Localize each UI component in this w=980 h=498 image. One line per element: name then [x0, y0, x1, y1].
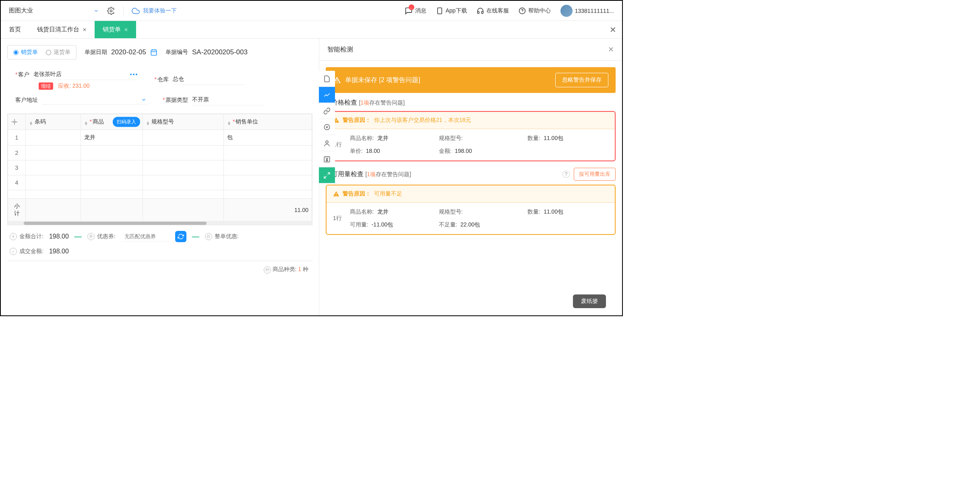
- customer-label: *客户: [15, 71, 29, 78]
- order-type-radio-group: 销货单 退货单: [7, 45, 76, 60]
- scrollbar-thumb[interactable]: [24, 222, 207, 225]
- ignore-save-button[interactable]: 忽略警告并保存: [555, 73, 608, 87]
- price-check-title: 价格检查 [1项存在警告问题]: [326, 99, 616, 107]
- org-selector[interactable]: 图图大业: [9, 7, 99, 14]
- tab-workbench[interactable]: 钱货日清工作台✕: [29, 21, 95, 38]
- warehouse-input[interactable]: 总仓: [173, 74, 245, 85]
- radio-sales[interactable]: 销货单: [13, 49, 38, 56]
- svg-rect-1: [438, 8, 442, 14]
- help-center-label: 帮助中心: [528, 7, 551, 14]
- user-menu[interactable]: 13381111111...: [560, 5, 614, 17]
- amount-total-label: ¥金额合计:: [10, 233, 43, 240]
- availability-warning-body: 1行 商品名称:龙井 规格型号: 数量:11.00包 可用量:-11.00包 不…: [327, 203, 615, 234]
- app-download-link[interactable]: App下载: [436, 7, 467, 14]
- online-service-link[interactable]: 在线客服: [477, 7, 509, 14]
- col-settings[interactable]: [8, 114, 26, 130]
- invoice-type-field: *票据类型 不开票: [163, 95, 283, 105]
- cloud-icon: [132, 7, 140, 15]
- table-row[interactable]: 4: [8, 175, 312, 190]
- svg-rect-5: [151, 50, 157, 56]
- ticket-icon: 券: [87, 233, 95, 240]
- headset-icon: [477, 7, 484, 14]
- rail-link-icon[interactable]: [319, 103, 335, 119]
- rail-expand-icon[interactable]: [319, 167, 335, 183]
- col-barcode[interactable]: ▲▼条码: [26, 114, 81, 130]
- col-product[interactable]: ▲▼*商品扫码录入: [81, 114, 143, 130]
- messages-link[interactable]: … 消息: [405, 7, 426, 15]
- tab-sales-label: 销货单: [103, 26, 121, 33]
- help-icon: [519, 7, 526, 14]
- address-label: 客户地址: [15, 97, 38, 104]
- receivable: 应收: 231.00: [58, 82, 90, 89]
- subtotal-row: 小计11.00: [8, 199, 312, 222]
- coupon-input[interactable]: [121, 232, 170, 241]
- table-row[interactable]: 3: [8, 161, 312, 175]
- spec-cell: 规格型号:: [439, 208, 520, 216]
- deal-row: ✓成交金额: 198.00: [7, 248, 312, 261]
- form-panel: 销货单 退货单 单据日期 2020-02-05 单据编号 SA-20200205…: [1, 39, 319, 315]
- warehouse-field: *仓库 总仓: [154, 69, 275, 90]
- deal-amount-label: ✓成交金额:: [10, 248, 43, 255]
- try-experience-link[interactable]: 我要体验一下: [132, 7, 177, 15]
- rail-chart-icon[interactable]: [319, 87, 335, 103]
- divider: [123, 6, 124, 16]
- price-check-section: 价格检查 [1项存在警告问题] 警告原因：你上次与该客户交易价格21，本次18元…: [326, 99, 616, 161]
- messages-label: 消息: [415, 7, 426, 14]
- address-field: 客户地址: [15, 95, 147, 105]
- amount-cell: 金额:198.00: [439, 148, 520, 155]
- docno-field: 单据编号 SA-20200205-003: [165, 48, 248, 56]
- tab-sales-order[interactable]: 销货单✕: [95, 21, 136, 38]
- rail-doc-icon[interactable]: [319, 71, 335, 87]
- radio-sales-label: 销货单: [21, 49, 38, 56]
- docno-label: 单据编号: [165, 49, 188, 56]
- close-icon[interactable]: ✕: [608, 45, 614, 54]
- customer-input[interactable]: 老张茶叶店 •••: [33, 69, 138, 80]
- product-cell: 商品名称:龙井: [350, 135, 431, 142]
- items-table: ▲▼条码 ▲▼*商品扫码录入 ▲▼规格型号 ▲▼*销售单位 1龙井包 2 3 4…: [8, 114, 312, 222]
- close-icon[interactable]: ✕: [83, 27, 87, 33]
- customer-field: *客户 老张茶叶店 ••• 现结 应收: 231.00: [15, 69, 138, 90]
- invoice-type-label: *票据类型: [163, 97, 188, 104]
- refresh-button[interactable]: [175, 231, 186, 242]
- gear-icon[interactable]: [107, 7, 115, 15]
- form-type-row: 销货单 退货单 单据日期 2020-02-05 单据编号 SA-20200205…: [7, 45, 312, 65]
- chevron-down-icon: [93, 8, 99, 14]
- rail-yen-icon[interactable]: [319, 151, 335, 167]
- table-row[interactable]: 1龙井包: [8, 130, 312, 146]
- price-cell: 单价:18.00: [350, 148, 431, 155]
- scan-button[interactable]: 扫码录入: [113, 117, 140, 127]
- sort-icon: ▲▼: [84, 121, 88, 125]
- rail-user-icon[interactable]: [319, 135, 335, 151]
- help-icon[interactable]: ?: [562, 171, 570, 178]
- col-spec[interactable]: ▲▼规格型号: [143, 114, 224, 130]
- short-cell: 不足量:22.00包: [439, 221, 520, 228]
- radio-return[interactable]: 退货单: [46, 49, 70, 56]
- alert-banner-text: 单据未保存 [2 项警告问题]: [333, 76, 420, 84]
- radio-return-label: 退货单: [54, 49, 70, 56]
- deal-amount-value: 198.00: [49, 248, 69, 255]
- invoice-type-input[interactable]: 不开票: [192, 95, 265, 105]
- col-unit[interactable]: ▲▼*销售单位: [224, 114, 312, 130]
- horizontal-scrollbar[interactable]: [8, 222, 312, 225]
- docno-value: SA-20200205-003: [192, 48, 248, 56]
- price-warning-reason: 警告原因：你上次与该客户交易价格21，本次18元: [327, 112, 615, 129]
- table-row[interactable]: [8, 190, 312, 199]
- chevron-down-icon[interactable]: [141, 97, 147, 103]
- form-fields: *客户 老张茶叶店 ••• 现结 应收: 231.00 *仓库 总仓: [7, 65, 312, 109]
- calendar-icon[interactable]: [150, 49, 157, 56]
- ellipsis-icon[interactable]: •••: [130, 71, 139, 78]
- online-service-label: 在线客服: [486, 7, 509, 14]
- table-row[interactable]: 2: [8, 146, 312, 161]
- radio-return-input[interactable]: [46, 50, 51, 55]
- close-all-icon[interactable]: ✕: [610, 25, 616, 35]
- date-value[interactable]: 2020-02-05: [111, 48, 146, 56]
- by-availability-button[interactable]: 按可用量出库: [574, 168, 616, 181]
- rail-cycle-icon[interactable]: [319, 119, 335, 135]
- close-icon[interactable]: ✕: [124, 27, 128, 33]
- tab-home[interactable]: 首页: [1, 21, 29, 38]
- row-label: 1行: [333, 208, 342, 228]
- help-center-link[interactable]: 帮助中心: [519, 7, 551, 14]
- address-input[interactable]: [42, 95, 147, 105]
- trash-button[interactable]: 废纸篓: [573, 294, 606, 308]
- radio-sales-input[interactable]: [13, 50, 19, 55]
